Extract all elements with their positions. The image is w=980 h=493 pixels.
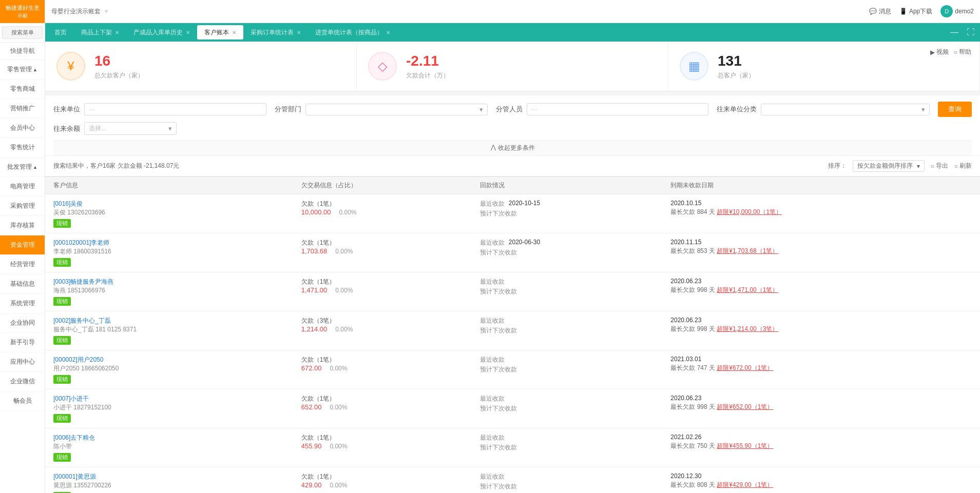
sidebar-item-label: 基础信息: [10, 280, 35, 287]
customer-name-link[interactable]: [000002]用户2050: [53, 356, 103, 363]
help-button[interactable]: ○ 帮助: [954, 48, 971, 56]
debt-amount[interactable]: 1,214.00: [301, 325, 328, 333]
filter-dept-select[interactable]: ▾: [305, 104, 488, 115]
collapse-filters-button[interactable]: ⋀ 收起更多条件: [53, 140, 972, 155]
table-row: [0003]畅捷服务尹海燕 海燕 18513066976 现销 欠款（1笔） 1…: [45, 272, 980, 311]
search-menu-area[interactable]: 搜索菜单: [0, 23, 45, 43]
customer-phone: 服务中心_丁磊 181 0125 8371: [53, 325, 285, 334]
debt-info-cell: 欠款（1笔） 10,000.00 0.00%: [293, 194, 472, 233]
last-payment-row: 最近收款: [480, 433, 655, 442]
debt-amount[interactable]: 455.90: [301, 442, 322, 450]
tab-close-icon[interactable]: ✕: [115, 30, 119, 35]
sidebar-item-wholesale-management[interactable]: 批发管理 ▲: [0, 157, 45, 177]
filter-manager-input[interactable]: ···: [527, 103, 709, 115]
due-date: 2021.03.01: [670, 356, 972, 363]
sidebar-item-member[interactable]: 畅会员: [0, 391, 45, 411]
topbar-arrow-icon: ▾: [105, 8, 108, 15]
tabs-minimize-button[interactable]: —: [947, 27, 962, 38]
due-date-cell: 2020.11.15 最长欠款 853 天 超限¥1,703.68（1笔）: [662, 233, 980, 272]
search-menu-button[interactable]: 搜索菜单: [2, 26, 43, 39]
topbar-left: 母婴行业演示账套 ▾: [51, 7, 108, 16]
debt-count: 欠款（1笔）: [301, 239, 464, 247]
tab-close-icon[interactable]: ✕: [232, 30, 236, 35]
search-button[interactable]: 查询: [938, 102, 972, 117]
overdue-info: 最长欠款 750 天 超限¥455.90（1笔）: [670, 442, 972, 450]
overdue-amount-link[interactable]: 超限¥429.00（1笔）: [717, 481, 773, 488]
sidebar-item-purchase[interactable]: 采购管理: [0, 196, 45, 216]
next-payment-label: 预计下次收款: [480, 365, 517, 374]
export-button[interactable]: ○ 导出: [931, 162, 948, 170]
app-download-button[interactable]: 📱 App下载: [899, 7, 932, 16]
overdue-amount-link[interactable]: 超限¥1,703.68（1笔）: [717, 247, 778, 254]
customer-phone: 小进干 18279152100: [53, 403, 285, 412]
refresh-button[interactable]: ○ 刷新: [954, 162, 972, 170]
customer-name-link[interactable]: [000001]黄思源: [53, 473, 96, 480]
table-row: [000002]用户2050 用户2050 18665062050 现销 欠款（…: [45, 350, 980, 389]
tabs-maximize-button[interactable]: ⛶: [964, 27, 978, 38]
filter-balance-select[interactable]: 选择... ▾: [84, 122, 177, 135]
sidebar-item-ecommerce[interactable]: 电商管理: [0, 177, 45, 196]
user-menu-button[interactable]: D demo2: [940, 5, 974, 17]
debt-count: 欠款（1笔）: [301, 472, 464, 481]
filter-category-select[interactable]: ▾: [761, 104, 930, 115]
collapse-label: 收起更多条件: [498, 144, 535, 152]
next-payment-row: 预计下次收款: [480, 443, 655, 452]
sidebar-item-apps[interactable]: 应用中心: [0, 352, 45, 372]
next-payment-row: 预计下次收款: [480, 248, 655, 257]
sidebar-item-member-center[interactable]: 会员中心: [0, 119, 45, 138]
overdue-amount-link[interactable]: 超限¥10,000.00（1笔）: [717, 208, 782, 215]
avatar: D: [940, 5, 953, 17]
tab-close-icon[interactable]: ✕: [186, 30, 190, 35]
customer-name-link[interactable]: [0006]去下粮仓: [53, 434, 95, 441]
debt-amount[interactable]: 429.00: [301, 481, 322, 489]
sidebar-item-finance[interactable]: 资金管理: [0, 235, 45, 255]
sidebar-item-retail-mall[interactable]: 零售商城: [0, 80, 45, 99]
customer-name-link[interactable]: [0002]服务中心_丁磊: [53, 317, 111, 324]
debt-amount[interactable]: 672.00: [301, 364, 322, 372]
sidebar-item-inventory[interactable]: 库存核算: [0, 216, 45, 235]
sidebar-item-marketing[interactable]: 营销推广: [0, 99, 45, 119]
tab-product-listing[interactable]: 商品上下架 ✕: [74, 25, 126, 40]
debt-amount[interactable]: 1,471.00: [301, 286, 328, 294]
tab-purchase-stats-by-product[interactable]: 进货单统计表（按商品） ✕: [308, 25, 397, 40]
customer-name-link[interactable]: [0016]吴俊: [53, 200, 83, 207]
customer-name-link[interactable]: [0007]小进干: [53, 395, 89, 402]
filter-counterparty-input[interactable]: ···: [84, 103, 266, 115]
overdue-amount-link[interactable]: 超限¥1,471.00（1笔）: [717, 286, 778, 293]
quick-nav-item[interactable]: 快捷导航: [0, 43, 45, 60]
filter-row-2: 往来余额 选择... ▾: [53, 122, 972, 135]
sidebar-item-guide[interactable]: 新手引导: [0, 333, 45, 352]
video-button[interactable]: ▶ 视频: [930, 48, 949, 56]
tab-finished-goods[interactable]: 产成品入库单历史 ✕: [126, 25, 197, 40]
sidebar-item-retail-stats[interactable]: 零售统计: [0, 138, 45, 157]
sidebar-item-label: 零售商城: [10, 85, 35, 92]
sidebar-item-operations[interactable]: 经营管理: [0, 255, 45, 274]
message-button[interactable]: 💬 消息: [869, 7, 891, 16]
tab-purchase-order-stats[interactable]: 采购订单统计表 ✕: [243, 25, 308, 40]
sidebar-item-retail-management[interactable]: 零售管理 ▲: [0, 60, 45, 80]
last-payment-row: 最近收款 2020-06-30: [480, 239, 655, 247]
debt-amount[interactable]: 10,000.00: [301, 208, 331, 216]
overdue-amount-link[interactable]: 超限¥455.90（1笔）: [717, 442, 773, 449]
debt-amount[interactable]: 1,703.68: [301, 247, 328, 255]
content-area: ¥ 16 总欠款客户（家） ◇ -2.11 欠款合计（万） ▦: [45, 42, 980, 493]
sidebar-item-basics[interactable]: 基础信息: [0, 274, 45, 294]
sidebar-item-label: 零售管理: [7, 65, 32, 74]
overdue-amount-link[interactable]: 超限¥652.00（1笔）: [717, 403, 773, 410]
tab-close-icon[interactable]: ✕: [386, 30, 390, 35]
sidebar-item-enterprise[interactable]: 企业协同: [0, 313, 45, 333]
export-icon: ○: [931, 163, 934, 170]
overdue-amount-link[interactable]: 超限¥672.00（1笔）: [717, 364, 773, 371]
tab-close-icon[interactable]: ✕: [297, 30, 301, 35]
customer-name-link[interactable]: [0001020001]李老师: [53, 239, 109, 246]
debt-info-cell: 欠款（1笔） 429.00 0.00%: [293, 467, 472, 494]
overdue-amount-link[interactable]: 超限¥1,214.00（3笔）: [717, 325, 778, 332]
sidebar-item-system[interactable]: 系统管理: [0, 294, 45, 313]
last-payment-label: 最近收款: [480, 200, 505, 208]
sort-select[interactable]: 按欠款金额倒序排序 ▾: [853, 160, 925, 172]
tab-home[interactable]: 首页: [47, 25, 74, 40]
debt-amount[interactable]: 652.00: [301, 403, 322, 411]
sidebar-item-wechat[interactable]: 企业微信: [0, 372, 45, 391]
tab-customer-account[interactable]: 客户账本 ✕: [197, 25, 243, 40]
customer-name-link[interactable]: [0003]畅捷服务尹海燕: [53, 278, 113, 285]
